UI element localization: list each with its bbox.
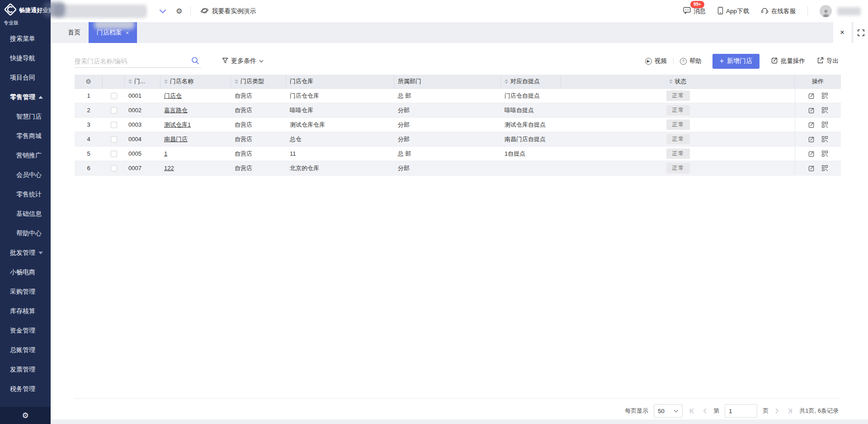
row-checkbox[interactable] xyxy=(111,151,117,157)
qr-code-icon[interactable] xyxy=(822,107,828,113)
page-suffix: 页 xyxy=(763,407,769,415)
tab-home[interactable]: 首页 xyxy=(60,22,89,43)
gear-icon[interactable]: ⚙ xyxy=(85,78,91,85)
edit-icon[interactable] xyxy=(808,165,815,172)
sidebar-item-快捷导航[interactable]: 快捷导航 xyxy=(0,48,51,68)
add-store-label: 新增门店 xyxy=(727,57,752,65)
edit-icon[interactable] xyxy=(808,93,815,99)
qr-code-icon[interactable] xyxy=(822,122,828,128)
gear-icon[interactable]: ⚙ xyxy=(176,7,182,15)
sidebar-item-帮助中心[interactable]: 帮助中心 xyxy=(0,224,51,243)
demo-link[interactable]: 我要看实例演示 xyxy=(201,7,256,16)
user-menu[interactable] xyxy=(820,5,861,17)
sidebar-item-智慧门店[interactable]: 智慧门店 xyxy=(0,107,51,126)
fullscreen-icon[interactable] xyxy=(854,22,868,43)
sidebar-item-总账管理[interactable]: 总账管理 xyxy=(0,340,51,360)
sort-icon[interactable] xyxy=(128,79,132,84)
header-store-type[interactable]: 门店类型 xyxy=(231,75,286,88)
store-name-link[interactable]: 测试仓库1 xyxy=(164,121,191,129)
qr-code-icon[interactable] xyxy=(822,165,828,171)
search-input[interactable] xyxy=(75,57,188,65)
online-service-button[interactable]: 在线客服 xyxy=(761,7,796,15)
close-tab-icon[interactable]: × xyxy=(126,29,129,36)
username-redacted xyxy=(837,7,861,15)
sidebar-settings-button[interactable]: ⚙ xyxy=(0,407,51,424)
sidebar-item-库存核算[interactable]: 库存核算 xyxy=(0,301,51,321)
header-checkbox-cell xyxy=(103,75,125,88)
edit-icon[interactable] xyxy=(808,107,815,114)
close-all-tabs-button[interactable]: × xyxy=(833,22,851,43)
sort-icon[interactable] xyxy=(235,79,238,84)
store-name-link[interactable]: 嘉言路仓 xyxy=(164,106,188,114)
sidebar-item-零售商城[interactable]: 零售商城 xyxy=(0,126,51,146)
chevron-down-icon[interactable] xyxy=(160,7,166,15)
sidebar-item-采购管理[interactable]: 采购管理 xyxy=(0,282,51,301)
sidebar-item-零售管理[interactable]: 零售管理 xyxy=(0,87,51,107)
store-name-link[interactable]: 122 xyxy=(164,165,174,172)
first-page-button[interactable] xyxy=(688,408,696,414)
batch-actions-button[interactable]: 批量操作 xyxy=(771,57,805,65)
sidebar-item-基础信息[interactable]: 基础信息 xyxy=(0,204,51,224)
header-warehouse[interactable]: 门店仓库 xyxy=(286,75,394,88)
edit-icon[interactable] xyxy=(808,122,815,128)
table-row: 30003测试仓库1自营店测试仓库仓库分部测试仓库自提点正常 xyxy=(75,118,841,132)
qr-code-icon[interactable] xyxy=(822,93,828,99)
header-status[interactable]: 状态 xyxy=(561,75,795,88)
sidebar-item-搜索菜单[interactable]: 搜索菜单 xyxy=(0,29,51,48)
header-department[interactable]: 所属部门 xyxy=(394,75,501,88)
qr-code-icon[interactable] xyxy=(822,151,828,157)
messages-button[interactable]: 消息 99+ xyxy=(683,7,706,15)
sidebar-item-会员中心[interactable]: 会员中心 xyxy=(0,165,51,185)
prev-page-button[interactable] xyxy=(702,408,708,414)
toolbar: 更多条件 ▶ 视频 ? 帮助 + 新增门店 xyxy=(75,52,839,70)
sidebar-item-资金管理[interactable]: 资金管理 xyxy=(0,321,51,340)
row-checkbox[interactable] xyxy=(111,107,117,114)
sidebar-item-小畅电商[interactable]: 小畅电商 xyxy=(0,262,51,282)
header-pickup[interactable]: 对应自提点 xyxy=(501,75,561,88)
gear-icon: ⚙ xyxy=(22,411,28,420)
more-filters-button[interactable]: 更多条件 xyxy=(222,57,264,65)
app-download-button[interactable]: App下载 xyxy=(717,7,749,16)
header-store-code[interactable]: 门... xyxy=(125,75,160,88)
store-name-cell: 1 xyxy=(160,147,231,161)
row-checkbox[interactable] xyxy=(111,93,117,99)
tabbar: 首页 门店档案 × × xyxy=(51,22,868,43)
help-button[interactable]: ? 帮助 xyxy=(680,57,702,65)
store-name-link[interactable]: 南昌门店 xyxy=(164,135,188,143)
search-icon[interactable] xyxy=(191,57,199,67)
next-page-button[interactable] xyxy=(774,408,780,414)
row-checkbox[interactable] xyxy=(111,136,117,143)
export-button[interactable]: 导出 xyxy=(817,57,839,65)
store-name-link[interactable]: 1 xyxy=(164,150,167,157)
sidebar-item-零售统计[interactable]: 零售统计 xyxy=(0,185,51,204)
divider xyxy=(190,6,191,16)
edit-icon[interactable] xyxy=(808,136,815,143)
sidebar-item-发票管理[interactable]: 发票管理 xyxy=(0,360,51,379)
row-checkbox[interactable] xyxy=(111,165,117,172)
sidebar-item-label: 税务管理 xyxy=(10,385,35,393)
sidebar-item-税务管理[interactable]: 税务管理 xyxy=(0,379,51,399)
brand-logo-icon xyxy=(4,3,17,18)
edit-icon[interactable] xyxy=(808,151,815,157)
sort-icon[interactable] xyxy=(164,79,168,84)
last-page-button[interactable] xyxy=(786,408,794,414)
sort-icon[interactable] xyxy=(505,79,508,84)
store-name-link[interactable]: 门店仓 xyxy=(164,92,182,100)
page-input[interactable] xyxy=(725,404,757,418)
header-store-name[interactable]: 门店名称 xyxy=(160,75,231,88)
qr-code-icon[interactable] xyxy=(822,136,828,142)
messages-label: 消息 xyxy=(693,7,706,15)
sidebar-item-项目合同[interactable]: 项目合同 xyxy=(0,68,51,87)
sidebar-item-营销推广[interactable]: 营销推广 xyxy=(0,146,51,165)
sort-icon[interactable] xyxy=(669,79,673,84)
globe-icon xyxy=(201,7,208,16)
sidebar-item-label: 小畅电商 xyxy=(10,268,35,276)
store-code: 0003 xyxy=(125,118,160,132)
sidebar-item-批发管理[interactable]: 批发管理 xyxy=(0,243,51,262)
per-page-select[interactable]: 50 xyxy=(654,404,683,418)
row-checkbox[interactable] xyxy=(111,122,117,128)
org-name-redacted[interactable] xyxy=(54,5,147,18)
add-store-button[interactable]: + 新增门店 xyxy=(712,54,760,69)
video-button[interactable]: ▶ 视频 xyxy=(645,57,667,65)
row-index: 6 xyxy=(75,161,103,175)
